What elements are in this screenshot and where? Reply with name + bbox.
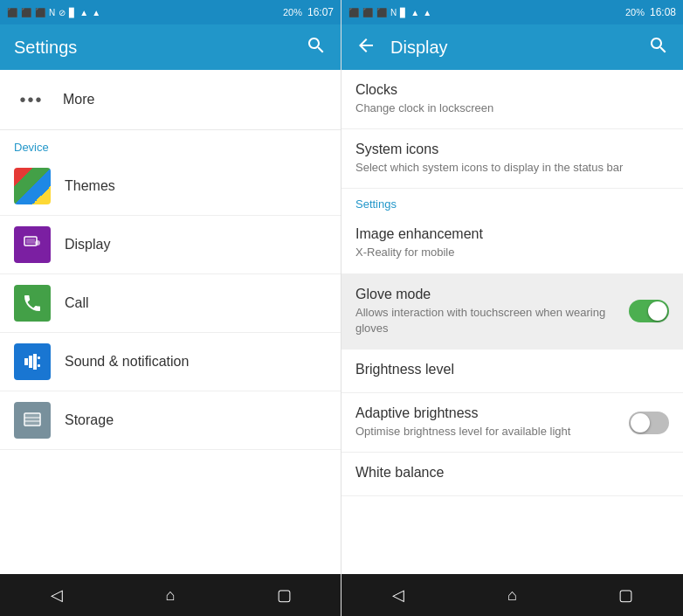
system-icons-title: System icons bbox=[355, 142, 669, 157]
clocks-subtitle: Change clock in lockscreen bbox=[355, 100, 669, 116]
right-back-button[interactable]: ◁ bbox=[381, 578, 416, 613]
svg-rect-1 bbox=[26, 239, 35, 244]
adaptive-brightness-subtitle: Optimise brightness level for available … bbox=[355, 424, 629, 440]
sound-icon bbox=[14, 343, 51, 380]
storage-label: Storage bbox=[65, 412, 114, 428]
app-icon-3: ⬛ bbox=[35, 8, 45, 17]
block-icon: ⊘ bbox=[59, 8, 66, 17]
left-time: 16:07 bbox=[307, 6, 334, 18]
left-bottom-nav: ◁ ⌂ ▢ bbox=[0, 574, 341, 616]
right-home-button[interactable]: ⌂ bbox=[494, 578, 529, 613]
clocks-title: Clocks bbox=[355, 82, 669, 98]
adaptive-brightness-title: Adaptive brightness bbox=[355, 405, 629, 421]
display-item-clocks[interactable]: Clocks Change clock in lockscreen bbox=[342, 70, 683, 129]
signal-icon: ▊ bbox=[69, 8, 76, 17]
white-balance-title: White balance bbox=[355, 465, 669, 481]
settings-item-storage[interactable]: Storage bbox=[0, 391, 341, 450]
svg-rect-5 bbox=[33, 354, 37, 370]
left-home-button[interactable]: ⌂ bbox=[153, 578, 188, 613]
display-item-white-balance[interactable]: White balance bbox=[342, 453, 683, 496]
more-dots-icon: ••• bbox=[14, 82, 49, 117]
display-panel: ⬛ ⬛ ⬛ N ▊ ▲ ▲ 20% 16:08 Display bbox=[342, 0, 683, 616]
right-recent-button[interactable]: ▢ bbox=[609, 578, 644, 613]
svg-rect-7 bbox=[38, 364, 40, 367]
right-bottom-nav: ◁ ⌂ ▢ bbox=[342, 574, 683, 616]
display-item-adaptive-brightness[interactable]: Adaptive brightness Optimise brightness … bbox=[342, 393, 683, 453]
themes-label: Themes bbox=[65, 178, 115, 194]
glove-mode-toggle-knob bbox=[648, 301, 667, 321]
themes-icon bbox=[14, 168, 51, 204]
app-icon-1: ⬛ bbox=[7, 8, 17, 17]
svg-rect-6 bbox=[38, 356, 40, 359]
display-title: Display bbox=[390, 38, 648, 58]
adaptive-brightness-text: Adaptive brightness Optimise brightness … bbox=[355, 405, 629, 440]
display-list: Clocks Change clock in lockscreen System… bbox=[342, 70, 683, 574]
display-search-icon[interactable] bbox=[648, 35, 669, 60]
settings-list: ••• More Device Themes Display bbox=[0, 70, 341, 574]
right-status-icons: ⬛ ⬛ ⬛ N ▊ ▲ ▲ bbox=[348, 8, 431, 17]
call-label: Call bbox=[65, 295, 89, 311]
glove-mode-title: Glove mode bbox=[355, 287, 629, 302]
left-status-bar: ⬛ ⬛ ⬛ N ⊘ ▊ ▲ ▲ 20% 16:07 bbox=[0, 0, 341, 24]
right-app-icon-1: ⬛ bbox=[348, 8, 359, 17]
left-status-icons: ⬛ ⬛ ⬛ N ⊘ ▊ ▲ ▲ bbox=[7, 8, 100, 17]
display-icon bbox=[14, 226, 51, 263]
right-status-bar: ⬛ ⬛ ⬛ N ▊ ▲ ▲ 20% 16:08 bbox=[342, 0, 683, 24]
display-item-brightness[interactable]: Brightness level bbox=[342, 350, 683, 393]
right-network-icon: ▲ bbox=[423, 8, 431, 17]
left-back-button[interactable]: ◁ bbox=[39, 578, 74, 613]
adaptive-brightness-toggle[interactable] bbox=[629, 412, 669, 434]
call-icon bbox=[14, 285, 51, 322]
right-app-icon-2: ⬛ bbox=[362, 8, 373, 17]
right-signal-icon: ▊ bbox=[400, 8, 407, 17]
right-time: 16:08 bbox=[650, 6, 676, 18]
nfc-icon: N bbox=[49, 8, 55, 17]
svg-rect-3 bbox=[24, 358, 28, 365]
wifi-icon: ▲ bbox=[79, 8, 88, 17]
right-wifi-icon: ▲ bbox=[410, 8, 419, 17]
right-battery: 20% bbox=[625, 7, 645, 17]
display-settings-section: Settings bbox=[342, 189, 683, 214]
svg-point-2 bbox=[35, 240, 40, 246]
settings-item-call[interactable]: Call bbox=[0, 274, 341, 333]
image-enhancement-subtitle: X-Reality for mobile bbox=[355, 245, 669, 260]
app-icon-2: ⬛ bbox=[21, 8, 31, 17]
right-app-icon-3: ⬛ bbox=[376, 8, 387, 17]
sound-label: Sound & notification bbox=[65, 354, 189, 370]
system-icons-subtitle: Select which system icons to display in … bbox=[355, 160, 669, 176]
network-icon: ▲ bbox=[92, 8, 100, 17]
settings-item-display[interactable]: Display bbox=[0, 216, 341, 274]
settings-search-icon[interactable] bbox=[306, 35, 327, 60]
glove-mode-subtitle: Allows interaction with touchscreen when… bbox=[355, 305, 629, 336]
more-item[interactable]: ••• More bbox=[0, 70, 341, 130]
svg-rect-9 bbox=[25, 414, 39, 425]
adaptive-brightness-toggle-knob bbox=[631, 413, 650, 433]
left-battery: 20% bbox=[283, 7, 302, 17]
display-item-glove-mode[interactable]: Glove mode Allows interaction with touch… bbox=[342, 274, 683, 350]
right-nfc-icon: N bbox=[390, 8, 397, 17]
display-item-system-icons[interactable]: System icons Select which system icons t… bbox=[342, 129, 683, 189]
settings-panel: ⬛ ⬛ ⬛ N ⊘ ▊ ▲ ▲ 20% 16:07 Settings ••• M… bbox=[0, 0, 342, 616]
brightness-title: Brightness level bbox=[355, 362, 669, 377]
display-item-image-enhancement[interactable]: Image enhancement X-Reality for mobile bbox=[342, 214, 683, 273]
display-toolbar: Display bbox=[342, 24, 683, 70]
image-enhancement-title: Image enhancement bbox=[355, 226, 669, 242]
storage-icon bbox=[14, 402, 51, 439]
settings-item-sound[interactable]: Sound & notification bbox=[0, 333, 341, 391]
glove-mode-toggle[interactable] bbox=[629, 300, 669, 322]
svg-rect-4 bbox=[29, 356, 32, 368]
settings-title: Settings bbox=[14, 38, 306, 58]
device-section-header: Device bbox=[0, 130, 341, 157]
back-icon[interactable] bbox=[355, 35, 376, 60]
glove-mode-text: Glove mode Allows interaction with touch… bbox=[355, 287, 629, 336]
more-label: More bbox=[63, 92, 94, 107]
display-label: Display bbox=[65, 237, 110, 253]
settings-item-themes[interactable]: Themes bbox=[0, 157, 341, 216]
left-recent-button[interactable]: ▢ bbox=[266, 578, 301, 613]
settings-toolbar: Settings bbox=[0, 24, 341, 70]
